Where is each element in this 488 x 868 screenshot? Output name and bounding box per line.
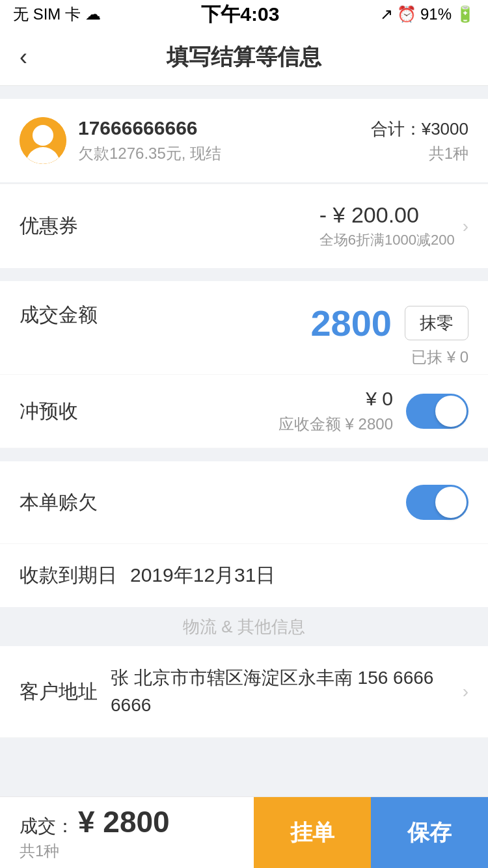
coupon-amount: - ¥ 200.00 xyxy=(319,202,455,228)
customer-info: 17666666666 欠款1276.35元, 现结 xyxy=(78,117,221,164)
battery-level: 91% xyxy=(420,5,452,23)
clock-icon: ⏰ xyxy=(397,5,416,23)
nav-bar: ‹ 填写结算等信息 xyxy=(0,29,488,86)
avatar xyxy=(20,117,66,164)
customer-right: 合计：¥3000 共1种 xyxy=(371,118,468,164)
coupon-row[interactable]: 优惠券 - ¥ 200.00 全场6折满1000减200 › xyxy=(0,183,488,268)
prepay-toggle[interactable] xyxy=(406,394,468,429)
amount-right: 2800 抹零 xyxy=(310,302,468,344)
sim-status: 无 SIM 卡 ☁ xyxy=(13,4,101,25)
footer-deal-label: 成交： xyxy=(20,814,74,839)
section-divider-2 xyxy=(0,448,488,461)
total-count: 共1种 xyxy=(371,143,468,164)
back-button[interactable]: ‹ xyxy=(20,44,27,71)
coupon-right: - ¥ 200.00 全场6折满1000减200 › xyxy=(319,202,468,250)
deal-value: 2800 xyxy=(310,302,392,344)
prepay-row: 冲预收 ¥ 0 应收金额 ¥ 2800 xyxy=(0,375,488,448)
coupon-label: 优惠券 xyxy=(20,213,78,239)
page-title: 填写结算等信息 xyxy=(167,42,321,72)
deal-sub: 已抹 ¥ 0 xyxy=(411,347,468,368)
logistics-divider: 物流 & 其他信息 xyxy=(0,607,488,646)
prepay-right: ¥ 0 应收金额 ¥ 2800 xyxy=(278,388,393,435)
due-date-value: 2019年12月31日 xyxy=(130,562,275,589)
address-chevron-icon: › xyxy=(463,681,468,702)
customer-phone: 17666666666 xyxy=(78,117,221,139)
footer: 成交： ¥ 2800 共1种 挂单 保存 xyxy=(0,796,488,868)
form-section: 成交金额 2800 抹零 已抹 ¥ 0 冲预收 ¥ 0 应收金额 ¥ 2800 xyxy=(0,281,488,448)
debt-section: 本单赊欠 收款到期日 2019年12月31日 xyxy=(0,461,488,607)
customer-card: 17666666666 欠款1276.35元, 现结 合计：¥3000 共1种 xyxy=(0,99,488,182)
battery-icon: 🔋 xyxy=(455,5,475,23)
toggle-knob xyxy=(435,396,467,427)
footer-info: 成交： ¥ 2800 共1种 xyxy=(0,804,254,861)
status-time: 下午4:03 xyxy=(201,1,279,28)
status-right: ↗ ⏰ 91% 🔋 xyxy=(380,5,475,23)
status-bar: 无 SIM 卡 ☁ 下午4:03 ↗ ⏰ 91% 🔋 xyxy=(0,0,488,29)
status-left: 无 SIM 卡 ☁ xyxy=(13,4,101,25)
location-icon: ↗ xyxy=(380,5,393,23)
debt-row: 本单赊欠 xyxy=(0,461,488,543)
coupon-desc: 全场6折满1000减200 xyxy=(319,230,455,250)
prepay-label: 冲预收 xyxy=(20,398,78,425)
due-date-row: 收款到期日 2019年12月31日 xyxy=(0,543,488,607)
prepay-amount: ¥ 0 xyxy=(366,388,393,410)
customer-left: 17666666666 欠款1276.35元, 现结 xyxy=(20,117,221,164)
logistics-label: 物流 & 其他信息 xyxy=(183,616,305,638)
footer-count: 共1种 xyxy=(20,841,234,861)
save-button[interactable]: 保存 xyxy=(371,797,488,869)
address-chevron: › xyxy=(463,681,468,702)
prepay-sub: 应收金额 ¥ 2800 xyxy=(278,414,393,435)
footer-amount: ¥ 2800 xyxy=(78,804,170,839)
hold-button[interactable]: 挂单 xyxy=(254,797,371,869)
deal-amount-label: 成交金额 xyxy=(20,302,98,329)
total-amount: 合计：¥3000 xyxy=(371,118,468,141)
address-value: 张 北京市市辖区海淀区永丰南 156 6666 6666 xyxy=(111,664,463,719)
address-label: 客户地址 xyxy=(20,679,98,705)
address-row[interactable]: 客户地址 张 北京市市辖区海淀区永丰南 156 6666 6666 › xyxy=(0,646,488,738)
due-date-label: 收款到期日 xyxy=(20,562,117,589)
round-zero-button[interactable]: 抹零 xyxy=(405,306,468,340)
coupon-chevron-icon: › xyxy=(463,216,468,237)
customer-debt: 欠款1276.35元, 现结 xyxy=(78,143,221,164)
section-divider-1 xyxy=(0,268,488,281)
debt-toggle[interactable] xyxy=(406,485,468,520)
debt-toggle-knob xyxy=(435,487,467,518)
deal-amount-row: 成交金额 2800 抹零 已抹 ¥ 0 xyxy=(0,281,488,375)
debt-label: 本单赊欠 xyxy=(20,489,98,516)
